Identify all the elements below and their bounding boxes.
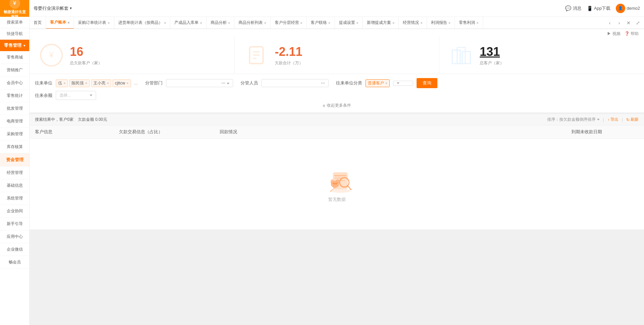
sidebar-item-营销推广[interactable]: 营销推广: [0, 64, 29, 77]
remove-unit-tag-王小亮[interactable]: ×: [107, 81, 109, 85]
tab-close-10[interactable]: ×: [392, 21, 394, 25]
tab-label-10: 新增提成方案: [367, 20, 391, 26]
remove-unit-tag-cjttcw[interactable]: ×: [126, 81, 128, 85]
table-header-col-1: 欠款交易信息（占比）: [119, 129, 220, 135]
logo-text: 畅捷通好生意: [4, 9, 26, 14]
help-link[interactable]: ❓ 帮助: [625, 31, 639, 37]
tab-close-3[interactable]: ×: [164, 21, 166, 25]
tab-close-all-btn[interactable]: ✕: [625, 19, 633, 27]
sidebar-retail-section[interactable]: 零售管理 ▾: [0, 40, 29, 51]
tab-label-5: 商品分析: [211, 20, 227, 26]
balance-filter-label: 往来余额: [35, 93, 52, 99]
tab-4[interactable]: 产成品入库单 ×: [170, 17, 206, 29]
user-menu[interactable]: 👤 demo2: [616, 4, 640, 13]
tab-5[interactable]: 商品分析 ×: [207, 17, 234, 29]
refresh-btn[interactable]: ↻ 刷新: [626, 117, 639, 122]
sidebar-item-零售商城[interactable]: 零售商城: [0, 51, 29, 64]
amount-value: 0.00元: [95, 117, 107, 122]
unit-tag-王小亮[interactable]: 王小亮 ×: [91, 79, 111, 87]
tab-close-2[interactable]: ×: [108, 21, 110, 25]
unit-tag-cjttcw[interactable]: cjttcw ×: [113, 79, 131, 87]
tab-close-12[interactable]: ×: [448, 21, 450, 25]
sidebar: ¥ 畅捷通好生意 标版 搜索菜单 快捷导航 零售管理 ▾ 零售商城营销推广会员中…: [0, 0, 30, 325]
tab-12[interactable]: 利润报告 ×: [427, 17, 455, 29]
dept-select[interactable]: ⋯: [166, 79, 233, 87]
tab-6[interactable]: 商品分析列表 ×: [234, 17, 270, 29]
tab-expand-btn[interactable]: ⤢: [634, 19, 642, 27]
tab-2[interactable]: 采购订单统计表 ×: [74, 17, 114, 29]
tab-close-13[interactable]: ×: [476, 21, 478, 25]
tab-close-1[interactable]: ×: [68, 21, 70, 25]
tab-0[interactable]: 首页: [30, 17, 46, 29]
tab-close-9[interactable]: ×: [356, 21, 358, 25]
stat-card-2: 131总客户（家）: [439, 37, 644, 74]
unit-type-tag-普通客户[interactable]: 普通客户 ×: [366, 79, 390, 87]
remove-unit-tag-伍[interactable]: ×: [63, 81, 66, 85]
tab-9[interactable]: 提成设置 ×: [335, 17, 363, 29]
tab-close-8[interactable]: ×: [328, 21, 330, 25]
balance-placeholder: 选择...: [59, 93, 71, 98]
message-label: 消息: [573, 5, 582, 11]
export-icon: ↑: [607, 117, 609, 122]
account-selector[interactable]: 母婴行业演示帐套 ▾: [34, 5, 72, 11]
tab-next-btn[interactable]: ›: [615, 19, 623, 27]
sidebar-item-新手引导[interactable]: 新手引导: [0, 218, 29, 230]
tab-11[interactable]: 经营情况 ×: [399, 17, 427, 29]
tab-label-13: 零售利润: [459, 20, 475, 26]
collapse-btn[interactable]: ∧ 收起更多条件: [323, 103, 351, 108]
sidebar-search[interactable]: 搜索菜单: [0, 17, 29, 28]
table-header-col-2: 回款情况: [220, 129, 571, 135]
tab-1[interactable]: 客户账本 ×: [46, 17, 74, 29]
tab-7[interactable]: 客户分层经营 ×: [271, 17, 307, 29]
sidebar-item-应用中心[interactable]: 应用中心: [0, 230, 29, 243]
table-header-col-3: 到期未收款日期: [571, 129, 639, 135]
sidebar-item-批发管理[interactable]: 批发管理: [0, 102, 29, 115]
filter-more-btn[interactable]: ...: [134, 81, 138, 85]
video-link[interactable]: ▶ 视频: [607, 31, 620, 37]
sidebar-item-采购管理[interactable]: 采购管理: [0, 128, 29, 141]
sidebar-item-系统管理[interactable]: 系统管理: [0, 192, 29, 205]
unit-type-filter-label: 往来单位分类: [336, 80, 362, 86]
sidebar-item-畅会员[interactable]: 畅会员: [0, 256, 29, 269]
unit-tag-伍[interactable]: 伍 ×: [56, 79, 68, 87]
person-select[interactable]: ⋯: [261, 79, 329, 87]
tab-3[interactable]: 进货单统计表（按商品） ×: [114, 17, 170, 29]
sidebar-item-库存核算[interactable]: 库存核算: [0, 141, 29, 153]
remove-unit-type-tag-普通客户[interactable]: ×: [385, 81, 387, 85]
tabbar-actions: ‹ › ✕ ⤢: [604, 19, 644, 27]
tab-close-5[interactable]: ×: [228, 21, 230, 25]
messages-btn[interactable]: 💬 消息: [565, 5, 582, 11]
export-btn[interactable]: ↑ 导出: [607, 117, 618, 122]
unit-type-select[interactable]: [393, 81, 413, 86]
sidebar-item-会员中心[interactable]: 会员中心: [0, 77, 29, 89]
sidebar-item-企业微信[interactable]: 企业微信: [0, 243, 29, 256]
sidebar-item-电商管理[interactable]: 电商管理: [0, 115, 29, 128]
topbar-right: 💬 消息 📱 App下载 👤 demo2: [565, 4, 640, 13]
sidebar-item-企业协同[interactable]: 企业协同: [0, 205, 29, 218]
balance-select[interactable]: 选择...: [56, 91, 96, 100]
stat-label-2: 总客户（家）: [480, 60, 504, 66]
sidebar-item-经营管理[interactable]: 经营管理: [0, 167, 29, 179]
tab-10[interactable]: 新增提成方案 ×: [363, 17, 399, 29]
app-download-btn[interactable]: 📱 App下载: [587, 5, 610, 11]
sort-selector[interactable]: 排序：按欠款金额倒序排序: [547, 117, 600, 122]
sidebar-logo: ¥ 畅捷通好生意 标版: [0, 0, 29, 17]
tab-prev-btn[interactable]: ‹: [606, 19, 614, 27]
sidebar-quick-nav[interactable]: 快捷导航: [0, 28, 29, 40]
tab-8[interactable]: 客户联络 ×: [307, 17, 335, 29]
tab-close-7[interactable]: ×: [300, 21, 302, 25]
sidebar-item-基础信息[interactable]: 基础信息: [0, 179, 29, 192]
query-button[interactable]: 查询: [417, 78, 437, 88]
coin-icon: ¥: [40, 43, 63, 67]
tab-close-4[interactable]: ×: [200, 21, 202, 25]
remove-unit-tag-陈民强[interactable]: ×: [85, 81, 87, 85]
tab-close-11[interactable]: ×: [420, 21, 422, 25]
unit-tag-陈民强[interactable]: 陈民强 ×: [69, 79, 89, 87]
svg-line-12: [348, 186, 351, 190]
sidebar-item-零售统计[interactable]: 零售统计: [0, 89, 29, 102]
stat-values-0: 16总欠款客户（家）: [70, 45, 102, 66]
tab-13[interactable]: 零售利润 ×: [455, 17, 483, 29]
tab-close-6[interactable]: ×: [264, 21, 266, 25]
sidebar-item-资金管理[interactable]: 资金管理: [0, 153, 29, 167]
stats-row: ¥16总欠款客户（家）-2.11欠款合计（万）131总客户（家）: [30, 37, 644, 74]
